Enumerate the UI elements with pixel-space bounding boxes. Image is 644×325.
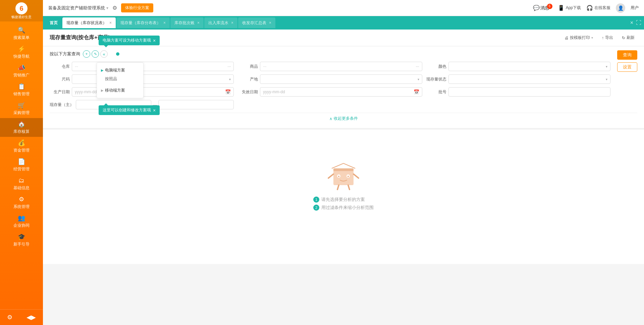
batch-no-input[interactable] <box>448 87 610 97</box>
sidebar-item-marketing[interactable]: 📣 营销推广 <box>0 62 43 80</box>
trial-button[interactable]: 体验行业方案 <box>121 3 153 12</box>
tooltip-close-icon[interactable]: × <box>153 108 156 113</box>
empty-state-container: 1 请先选择要分析的方案 2 用过滤条件来缩小分析范围 <box>43 130 644 264</box>
purchase-icon: 🛒 <box>18 102 25 109</box>
app-download-action[interactable]: 📱 App下载 <box>558 5 581 11</box>
scheme-item-product[interactable]: 按照品 <box>97 74 143 84</box>
tab-close-icon[interactable]: × <box>269 20 271 25</box>
sidebar-item-sales[interactable]: 📋 销售管理 <box>0 80 43 99</box>
tab-label: 现存量（库存分布表） <box>120 20 161 26</box>
collapse-icon[interactable]: ◀▶ <box>26 314 36 321</box>
tip-num-1: 1 <box>313 197 319 203</box>
tab-close-icon[interactable]: × <box>197 20 200 25</box>
produce-date-value: yyyy-mm-dd <box>75 90 97 94</box>
scheme-group-mobile-title[interactable]: ▶ 移动端方案 <box>97 86 143 95</box>
settings-icon[interactable]: ⚙ <box>7 314 12 321</box>
tooltip-scheme-create: 这里可以创建和修改方案哦 × <box>99 105 160 115</box>
service-label: 在线客服 <box>594 5 610 11</box>
query-header-buttons: + ✎ « <box>83 50 108 58</box>
sidebar-item-label: 销售管理 <box>13 91 30 97</box>
tab-home-label: 首页 <box>50 20 58 26</box>
tab-inventory-status[interactable]: 现存量（库存状况表） × <box>62 17 116 28</box>
add-scheme-button[interactable]: + <box>83 50 90 58</box>
sidebar-item-finance[interactable]: 💰 资金管理 <box>0 137 43 156</box>
print-icon: 🖨 <box>565 36 569 40</box>
sidebar-item-label: 新手引导 <box>13 241 30 247</box>
logo-icon: 6 <box>15 2 28 14</box>
size-select[interactable]: ▾ <box>72 74 234 84</box>
refresh-label: 刷新 <box>627 35 635 41</box>
tab-batch[interactable]: 库存批次账 × <box>170 17 204 28</box>
color-select[interactable]: ▾ <box>448 62 610 71</box>
scheme-group-desktop-title[interactable]: ▶ 电脑端方案 <box>97 66 143 74</box>
scheme-list-button[interactable]: « <box>100 50 108 58</box>
sidebar-item-quick-nav[interactable]: ⚡ 快捷导航 <box>0 43 43 62</box>
sidebar-item-inventory[interactable]: 🏠 库存核算 <box>0 118 43 137</box>
sidebar-item-guide[interactable]: 🎓 新手引导 <box>0 231 43 250</box>
sidebar-item-enterprise[interactable]: 👥 企业协同 <box>0 212 43 231</box>
system-name: 装备及固定资产辅助管理系统 <box>48 5 105 11</box>
query-header: 按以下方案查询 + ✎ « 电脑方案可设为移动方案哦 × ▶ <box>50 50 637 58</box>
scheme-dropdown: ▶ 电脑端方案 按照品 ▶ 移动端方案 <box>97 62 144 98</box>
expire-date-input[interactable]: yyyy-mm-dd 📅 <box>260 87 422 97</box>
arrow-left-icon: « <box>103 52 105 57</box>
app-label: App下载 <box>566 5 581 11</box>
sidebar: 6 畅捷通好生意 🔍 搜索菜单 ⚡ 快捷导航 📣 营销推广 📋 销售管理 🛒 采… <box>0 0 43 325</box>
sidebar-item-operations[interactable]: 📄 经营管理 <box>0 156 43 174</box>
empty-tips: 1 请先选择要分析的方案 2 用过滤条件来缩小分析范围 <box>313 197 374 211</box>
produce-date-input[interactable]: yyyy-mm-dd 📅 <box>72 87 234 97</box>
tab-close-icon[interactable]: × <box>109 20 112 25</box>
tooltip-close-icon[interactable]: × <box>153 38 156 43</box>
chevron-down-icon: ▾ <box>591 36 593 40</box>
origin-label: 产地 <box>238 76 258 82</box>
guide-icon: 🎓 <box>18 233 25 240</box>
print-button[interactable]: 🖨 按模板打印 ▾ <box>562 34 596 42</box>
fullscreen-icon[interactable]: ⛶ <box>636 20 641 26</box>
headset-icon: 🎧 <box>586 5 593 11</box>
gear-icon[interactable]: ⚙ <box>112 5 117 11</box>
product-input[interactable]: ··· ··· <box>260 62 422 71</box>
sidebar-item-purchase[interactable]: 🛒 采购管理 <box>0 99 43 118</box>
close-all-tabs-icon[interactable]: × <box>630 20 633 26</box>
message-icon: 💬 <box>533 5 540 11</box>
header-left: 装备及固定资产辅助管理系统 ▾ ⚙ 体验行业方案 <box>48 3 153 12</box>
avatar-icon: 👤 <box>618 5 624 11</box>
chevron-down-icon: ▾ <box>229 77 231 81</box>
sidebar-bottom: ⚙ ◀▶ <box>0 309 43 325</box>
tooltip-scheme-convert: 电脑方案可设为移动方案哦 × <box>99 36 160 45</box>
system-selector[interactable]: 装备及固定资产辅助管理系统 ▾ <box>48 5 108 11</box>
tab-flow[interactable]: 出入库流水 × <box>204 17 237 28</box>
dots-icon: ··· <box>416 64 419 69</box>
stock-qty-max-input[interactable] <box>158 100 234 109</box>
chevron-down-icon: ▾ <box>606 77 607 81</box>
service-action[interactable]: 🎧 在线客服 <box>586 5 610 11</box>
produce-date-label: 生产日期 <box>50 89 70 95</box>
tab-inventory-dist[interactable]: 现存量（库存分布表） × <box>116 17 170 28</box>
tooltip-text: 电脑方案可设为移动方案哦 <box>103 38 151 43</box>
tab-summary[interactable]: 收发存汇总表 × <box>238 17 275 28</box>
svg-line-7 <box>354 174 359 178</box>
chevron-down-icon: ▾ <box>606 65 607 68</box>
sidebar-item-system[interactable]: ⚙ 系统管理 <box>0 193 43 212</box>
sidebar-item-label: 库存核算 <box>13 129 30 134</box>
product-label: 商品 <box>238 64 258 69</box>
sidebar-item-search[interactable]: 🔍 搜索菜单 <box>0 24 43 43</box>
username[interactable]: 用户 <box>631 5 639 11</box>
chevron-down-icon: ▾ <box>418 77 419 81</box>
tab-close-icon[interactable]: × <box>163 20 166 25</box>
sidebar-item-basic-info[interactable]: 🗂 基础信息 <box>0 174 43 193</box>
refresh-button[interactable]: ↻ 刷新 <box>619 34 637 42</box>
sidebar-item-label: 快捷导航 <box>13 54 30 59</box>
dots-icon: ··· <box>227 64 231 69</box>
origin-select[interactable]: ▾ <box>260 74 422 84</box>
warehouse-input[interactable]: ··· ··· <box>72 62 234 71</box>
stock-status-select[interactable]: ▾ <box>448 74 610 84</box>
tab-close-icon[interactable]: × <box>231 20 233 25</box>
empty-illustration <box>323 157 364 191</box>
edit-scheme-button[interactable]: ✎ <box>92 50 99 58</box>
message-action[interactable]: 💬 消息 6 <box>533 5 552 11</box>
sidebar-item-label: 企业协同 <box>13 223 30 228</box>
setting-button[interactable]: 设置 <box>617 62 637 72</box>
export-button[interactable]: ↑ 导出 <box>599 34 616 42</box>
tab-home[interactable]: 首页 <box>46 17 62 28</box>
